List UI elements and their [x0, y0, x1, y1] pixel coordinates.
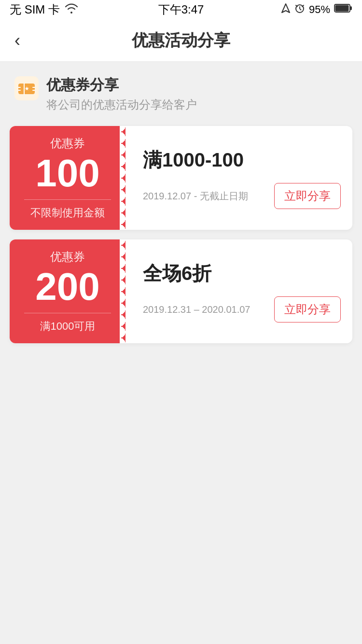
- coupon-label-2: 优惠券: [50, 249, 85, 265]
- coupon-divider-2: [24, 313, 111, 313]
- status-time: 下午3:47: [158, 2, 204, 17]
- coupon-date-2: 2019.12.31 – 2020.01.07: [143, 304, 269, 315]
- coupon-card-1: 优惠券 100 不限制使用金额 满1000-100 2019.12.07 - 无…: [10, 126, 352, 230]
- section-subtitle: 将公司的优惠活动分享给客户: [46, 97, 197, 112]
- section-title: 优惠券分享: [46, 75, 197, 95]
- status-right: 95%: [281, 3, 352, 16]
- coupon-section-icon: ★: [14, 76, 39, 100]
- coupon-amount-1: 100: [35, 154, 99, 193]
- coupon-name-1: 满1000-100: [143, 147, 341, 173]
- page-title: 优惠活动分享: [132, 29, 230, 52]
- status-left: 无 SIM 卡: [10, 2, 78, 17]
- coupon-label-1: 优惠券: [50, 136, 85, 151]
- coupon-left-1: 优惠券 100 不限制使用金额: [10, 126, 125, 230]
- coupon-card-2: 优惠券 200 满1000可用 全场6折 2019.12.31 – 2020.0…: [10, 239, 352, 343]
- coupon-right-2: 全场6折 2019.12.31 – 2020.01.07 立即分享: [125, 239, 352, 343]
- empty-area: [0, 353, 362, 594]
- status-bar: 无 SIM 卡 下午3:47 95%: [0, 0, 362, 19]
- coupon-divider-1: [24, 199, 111, 200]
- location-icon: [281, 3, 291, 16]
- svg-rect-3: [335, 5, 349, 12]
- coupon-condition-1: 不限制使用金额: [30, 206, 105, 220]
- coupon-left-2: 优惠券 200 满1000可用: [10, 239, 125, 343]
- coupon-date-1: 2019.12.07 - 无截止日期: [143, 190, 269, 203]
- battery-icon: [334, 3, 352, 16]
- carrier-text: 无 SIM 卡: [10, 2, 60, 17]
- back-button[interactable]: ‹: [14, 32, 20, 49]
- coupons-container: 优惠券 100 不限制使用金额 满1000-100 2019.12.07 - 无…: [0, 121, 362, 353]
- coupon-bottom-2: 2019.12.31 – 2020.01.07 立即分享: [143, 296, 341, 322]
- svg-text:★: ★: [25, 86, 29, 91]
- wifi-icon: [65, 3, 78, 16]
- battery-percent: 95%: [309, 3, 330, 16]
- nav-bar: ‹ 优惠活动分享: [0, 19, 362, 62]
- svg-rect-2: [350, 6, 352, 10]
- share-button-1[interactable]: 立即分享: [274, 183, 341, 209]
- section-text: 优惠券分享 将公司的优惠活动分享给客户: [46, 75, 197, 112]
- coupon-name-2: 全场6折: [143, 260, 341, 287]
- coupon-amount-2: 200: [35, 267, 99, 306]
- section-header: ★ 优惠券分享 将公司的优惠活动分享给客户: [0, 62, 362, 121]
- alarm-icon: [294, 3, 305, 16]
- share-button-2[interactable]: 立即分享: [274, 296, 341, 322]
- coupon-bottom-1: 2019.12.07 - 无截止日期 立即分享: [143, 183, 341, 209]
- coupon-right-1: 满1000-100 2019.12.07 - 无截止日期 立即分享: [125, 126, 352, 230]
- coupon-condition-2: 满1000可用: [40, 319, 96, 334]
